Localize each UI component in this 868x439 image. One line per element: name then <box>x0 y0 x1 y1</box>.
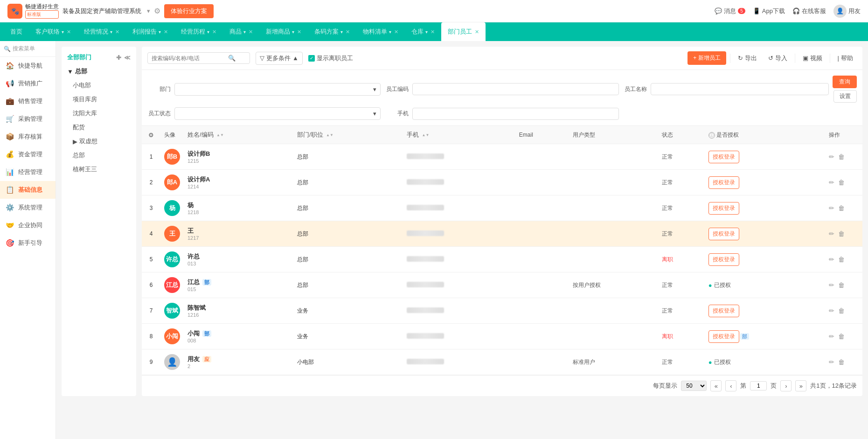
user-item[interactable]: 👤 用友 <box>833 5 861 18</box>
dept-tree-item-double[interactable]: ▶ 双虚想 <box>62 134 136 148</box>
tab-history-close-icon[interactable]: ✕ <box>212 29 216 35</box>
dept-tree-item-distribution[interactable]: 配货 <box>62 120 136 134</box>
tab-dept-staff[interactable]: 部门员工 ✕ <box>441 22 486 41</box>
edit-icon[interactable]: ✏ <box>829 204 834 212</box>
tab-dept-staff-close-icon[interactable]: ✕ <box>475 29 479 35</box>
sidebar-item-basic-info[interactable]: 📋 基础信息 <box>0 181 56 199</box>
per-page-select[interactable]: 50 100 <box>681 381 707 391</box>
sidebar-item-quick-nav[interactable]: 🏠 快捷导航 <box>0 57 56 75</box>
auth-login-button[interactable]: 授权登录 <box>708 305 739 317</box>
delete-icon[interactable]: 🗑 <box>838 358 845 366</box>
search-input-wrap[interactable]: 🔍 <box>147 52 250 64</box>
message-item[interactable]: 💬 消息 5 <box>715 7 745 15</box>
auth-login-button[interactable]: 授权登录 <box>708 228 739 240</box>
tab-customer-close-icon[interactable]: ✕ <box>67 29 71 35</box>
th-settings[interactable]: ⚙ <box>142 126 160 144</box>
tab-barcode[interactable]: 条码方案 ▾ ✕ <box>308 22 356 41</box>
dept-tree-item-hq[interactable]: 总部 <box>62 148 136 162</box>
tab-goods-close-icon[interactable]: ✕ <box>249 29 253 35</box>
emp-code-input[interactable] <box>412 83 618 95</box>
edit-icon[interactable]: ✏ <box>829 358 834 366</box>
phone-sort-icon[interactable]: ▲▼ <box>422 133 430 137</box>
sidebar-search[interactable]: 🔍 搜索菜单 <box>0 41 56 57</box>
edit-icon[interactable]: ✏ <box>829 281 834 289</box>
edit-icon[interactable]: ✏ <box>829 256 834 263</box>
add-employee-button[interactable]: + 新增员工 <box>687 51 726 65</box>
view-button[interactable]: ▣ 视频 <box>799 52 826 64</box>
edit-icon[interactable]: ✏ <box>829 307 834 314</box>
delete-icon[interactable]: 🗑 <box>838 281 845 289</box>
sidebar-item-finance[interactable]: 💰 资金管理 <box>0 146 56 163</box>
auth-login-button[interactable]: 授权登录 <box>708 202 739 215</box>
tab-operation-close-icon[interactable]: ✕ <box>115 29 119 35</box>
auth-login-button[interactable]: 授权登录 <box>708 330 739 343</box>
tab-warehouse[interactable]: 仓库 ▾ ✕ <box>405 22 441 41</box>
delete-icon[interactable]: 🗑 <box>838 153 845 160</box>
tab-home[interactable]: 首页 <box>4 22 29 41</box>
auth-login-button[interactable]: 授权登录 <box>708 176 739 189</box>
prev-page-button[interactable]: ‹ <box>725 380 736 391</box>
more-filters-button[interactable]: ▽ 更多条件 ▲ <box>256 52 303 65</box>
tab-bom[interactable]: 物料清单 ▾ ✕ <box>356 22 405 41</box>
delete-icon[interactable]: 🗑 <box>838 179 845 186</box>
sidebar-item-guide[interactable]: 🎯 新手引导 <box>0 234 56 252</box>
delete-icon[interactable]: 🗑 <box>838 307 845 314</box>
dept-tree-item-plant-king[interactable]: 植树王三 <box>62 162 136 176</box>
dept-tree-item-small-elec[interactable]: 小电部 <box>62 78 136 92</box>
search-input[interactable] <box>152 55 226 62</box>
dept-collapse-icon[interactable]: ≪ <box>124 54 131 61</box>
edit-icon[interactable]: ✏ <box>829 230 834 237</box>
tab-new-goods-close-icon[interactable]: ✕ <box>297 29 301 35</box>
tab-profit-close-icon[interactable]: ✕ <box>164 29 168 35</box>
first-page-button[interactable]: « <box>710 380 722 391</box>
gear-icon[interactable]: ⚙ <box>154 7 160 15</box>
name-sort-icon[interactable]: ▲▼ <box>216 133 224 137</box>
trial-button[interactable]: 体验行业方案 <box>164 4 214 18</box>
tab-new-goods[interactable]: 新增商品 ▾ ✕ <box>259 22 308 41</box>
phone-input[interactable] <box>412 108 618 120</box>
system-title-arrow-icon[interactable]: ▾ <box>147 7 150 14</box>
dept-tree-item-headquarters-root[interactable]: ▼ 总部 <box>62 64 136 78</box>
dept-add-icon[interactable]: ✚ <box>116 54 121 61</box>
tab-barcode-close-icon[interactable]: ✕ <box>346 29 350 35</box>
emp-name-input[interactable] <box>651 83 829 95</box>
tab-operation[interactable]: 经营情况 ▾ ✕ <box>77 22 126 41</box>
help-button[interactable]: | 帮助 <box>834 52 857 64</box>
sidebar-item-management[interactable]: 📊 经营管理 <box>0 163 56 181</box>
show-resigned-checkbox[interactable]: ✓ 显示离职员工 <box>308 54 353 63</box>
delete-icon[interactable]: 🗑 <box>838 204 845 212</box>
tab-goods[interactable]: 商品 ▾ ✕ <box>223 22 259 41</box>
query-button[interactable]: 查询 <box>833 76 857 88</box>
delete-icon[interactable]: 🗑 <box>838 333 845 340</box>
edit-icon[interactable]: ✏ <box>829 333 834 340</box>
auth-info-icon[interactable]: ⓘ <box>708 132 715 139</box>
th-phone[interactable]: 手机 ▲▼ <box>403 126 515 144</box>
last-page-button[interactable]: » <box>795 380 806 391</box>
sidebar-item-purchase[interactable]: 🛒 采购管理 <box>0 110 56 128</box>
settings-column-icon[interactable]: ⚙ <box>148 132 154 139</box>
emp-status-select[interactable]: ▾ <box>174 107 381 120</box>
import-button[interactable]: ↺ 导入 <box>764 52 791 64</box>
sidebar-item-collaboration[interactable]: 🤝 企业协同 <box>0 216 56 234</box>
dept-tree-item-project-store[interactable]: 项目库房 <box>62 92 136 106</box>
dept-tree-item-shenyang[interactable]: 沈阳大库 <box>62 106 136 120</box>
th-name[interactable]: 姓名/编码 ▲▼ <box>184 126 293 144</box>
edit-icon[interactable]: ✏ <box>829 153 834 160</box>
tab-history[interactable]: 经营历程 ▾ ✕ <box>174 22 223 41</box>
edit-icon[interactable]: ✏ <box>829 179 834 186</box>
app-download-item[interactable]: 📱 App下载 <box>753 7 785 15</box>
th-dept[interactable]: 部门/职位 ▲▼ <box>293 126 403 144</box>
dept-sort-icon[interactable]: ▲▼ <box>326 133 333 137</box>
dept-filter-select[interactable]: ▾ <box>174 83 381 96</box>
auth-login-button[interactable]: 授权登录 <box>708 253 739 266</box>
sidebar-item-marketing[interactable]: 📢 营销推广 <box>0 75 56 92</box>
export-button[interactable]: ↻ 导出 <box>734 52 761 64</box>
tab-warehouse-close-icon[interactable]: ✕ <box>431 29 435 35</box>
tab-customer[interactable]: 客户联络 ▾ ✕ <box>29 22 77 41</box>
sidebar-item-system[interactable]: ⚙️ 系统管理 <box>0 199 56 216</box>
sidebar-item-inventory[interactable]: 📦 库存核算 <box>0 128 56 146</box>
delete-icon[interactable]: 🗑 <box>838 256 845 263</box>
next-page-button[interactable]: › <box>780 380 792 391</box>
page-number-input[interactable] <box>750 381 767 390</box>
sidebar-item-sales[interactable]: 💼 销售管理 <box>0 92 56 110</box>
